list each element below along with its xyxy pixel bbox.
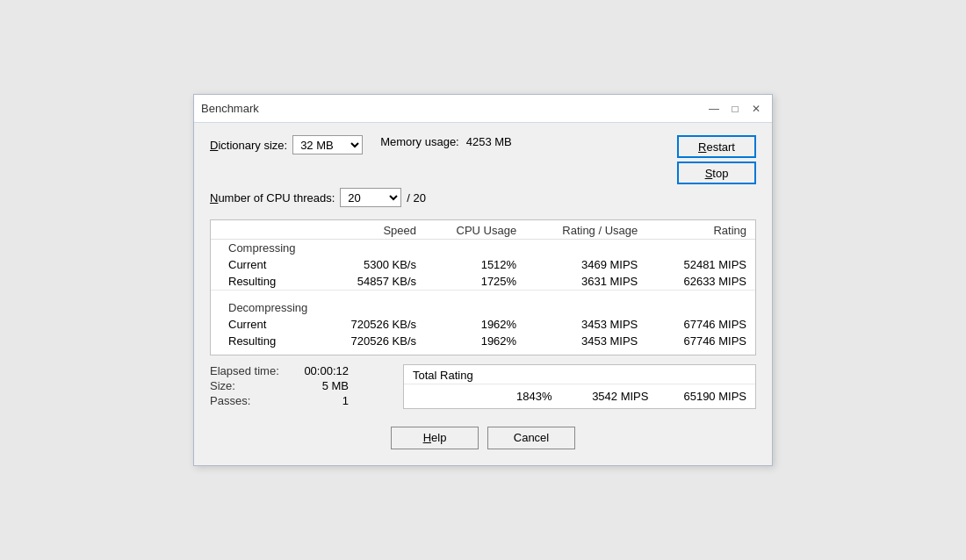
col-header-rating-usage: Rating / Usage bbox=[525, 220, 646, 240]
total-ru: 3542 MIPS bbox=[587, 390, 648, 403]
footer-row: Help Cancel bbox=[210, 421, 756, 453]
help-button[interactable]: Help bbox=[391, 427, 479, 449]
size-label: Size: bbox=[210, 379, 289, 392]
decompressing-current-ru: 3453 MIPS bbox=[525, 316, 646, 333]
cancel-button[interactable]: Cancel bbox=[487, 427, 575, 449]
passes-label: Passes: bbox=[210, 394, 289, 407]
decompressing-current-speed: 720526 KB/s bbox=[313, 316, 425, 333]
total-cpu: 1843% bbox=[490, 390, 551, 403]
dictionary-label: Dictionary size: bbox=[210, 139, 287, 152]
decompressing-current-cpu: 1962% bbox=[425, 316, 525, 333]
bottom-section: Elapsed time: 00:00:12 Size: 5 MB Passes… bbox=[210, 364, 756, 409]
total-rating-header: Total Rating bbox=[404, 365, 755, 384]
data-table-section: Speed CPU Usage Rating / Usage Rating Co… bbox=[210, 219, 756, 355]
threads-select[interactable]: 1 2 4 8 16 20 bbox=[340, 188, 401, 207]
benchmark-window: Benchmark — □ ✕ Dictionary size: 32 MB 6… bbox=[193, 94, 773, 466]
memory-label: Memory usage: bbox=[380, 135, 459, 148]
memory-value: 4253 MB bbox=[466, 135, 528, 148]
compressing-current-label: Current bbox=[211, 256, 313, 273]
close-button[interactable]: ✕ bbox=[747, 100, 765, 118]
benchmark-table: Speed CPU Usage Rating / Usage Rating Co… bbox=[211, 220, 755, 355]
compressing-current-speed: 5300 KB/s bbox=[313, 256, 425, 273]
compressing-resulting-cpu: 1725% bbox=[425, 273, 525, 291]
decompressing-header-cell: Decompressing bbox=[211, 299, 755, 316]
restart-underline: R bbox=[698, 140, 706, 154]
passes-row: Passes: 1 bbox=[210, 394, 386, 407]
threads-underline: N bbox=[210, 191, 218, 205]
total-rating-values: 1843% 3542 MIPS 65190 MIPS bbox=[404, 384, 755, 408]
compressing-resulting-label: Resulting bbox=[211, 273, 313, 291]
decompressing-resulting-row: Resulting 720526 KB/s 1962% 3453 MIPS 67… bbox=[211, 333, 755, 349]
threads-slash: / 20 bbox=[407, 191, 426, 205]
bottom-spacer bbox=[211, 349, 755, 355]
decompressing-resulting-speed: 720526 KB/s bbox=[313, 333, 425, 349]
compressing-resulting-speed: 54857 KB/s bbox=[313, 273, 425, 291]
compressing-resulting-row: Resulting 54857 KB/s 1725% 3631 MIPS 626… bbox=[211, 273, 755, 291]
stop-button[interactable]: Stop bbox=[677, 162, 756, 184]
decompressing-resulting-label: Resulting bbox=[211, 333, 313, 349]
stop-underline: S bbox=[705, 167, 713, 180]
compressing-current-rating: 52481 MIPS bbox=[646, 256, 755, 273]
size-row: Size: 5 MB bbox=[210, 379, 386, 392]
dictionary-group: Dictionary size: 32 MB 64 MB 128 MB 256 … bbox=[210, 135, 363, 154]
col-header-rating: Rating bbox=[646, 220, 755, 240]
col-header-cpu: CPU Usage bbox=[425, 220, 525, 240]
compressing-header-cell: Compressing bbox=[211, 240, 755, 257]
total-rating: 65190 MIPS bbox=[683, 390, 746, 403]
compressing-current-cpu: 1512% bbox=[425, 256, 525, 273]
dictionary-select[interactable]: 32 MB 64 MB 128 MB 256 MB bbox=[292, 135, 363, 154]
help-label-rest: elp bbox=[431, 431, 446, 444]
stop-label-rest: top bbox=[712, 167, 728, 180]
threads-label: Number of CPU threads: bbox=[210, 191, 335, 205]
decompressing-resulting-cpu: 1962% bbox=[425, 333, 525, 349]
threads-row: Number of CPU threads: 1 2 4 8 16 20 / 2… bbox=[210, 188, 756, 207]
separator-row-1 bbox=[211, 291, 755, 299]
decompressing-current-rating: 67746 MIPS bbox=[646, 316, 755, 333]
title-bar: Benchmark — □ ✕ bbox=[194, 95, 772, 123]
memory-section: Memory usage: 4253 MB bbox=[380, 135, 528, 148]
maximize-button[interactable]: □ bbox=[726, 100, 744, 118]
decompressing-current-label: Current bbox=[211, 316, 313, 333]
compressing-resulting-ru: 3631 MIPS bbox=[525, 273, 646, 291]
elapsed-label: Elapsed time: bbox=[210, 364, 289, 377]
minimize-button[interactable]: — bbox=[705, 100, 723, 118]
info-left: Elapsed time: 00:00:12 Size: 5 MB Passes… bbox=[210, 364, 386, 409]
window-title: Benchmark bbox=[201, 102, 259, 115]
help-underline: H bbox=[423, 431, 431, 444]
decompressing-current-row: Current 720526 KB/s 1962% 3453 MIPS 6774… bbox=[211, 316, 755, 333]
compressing-resulting-rating: 62633 MIPS bbox=[646, 273, 755, 291]
window-body: Dictionary size: 32 MB 64 MB 128 MB 256 … bbox=[194, 123, 772, 465]
passes-value: 1 bbox=[296, 394, 349, 407]
window-controls: — □ ✕ bbox=[705, 100, 765, 118]
action-buttons: Restart Stop bbox=[677, 135, 756, 184]
col-header-speed: Speed bbox=[313, 220, 425, 240]
elapsed-row: Elapsed time: 00:00:12 bbox=[210, 364, 386, 377]
decompressing-resulting-rating: 67746 MIPS bbox=[646, 333, 755, 349]
compressing-current-row: Current 5300 KB/s 1512% 3469 MIPS 52481 … bbox=[211, 256, 755, 273]
size-value: 5 MB bbox=[296, 379, 349, 392]
decompressing-header-row: Decompressing bbox=[211, 299, 755, 316]
decompressing-resulting-ru: 3453 MIPS bbox=[525, 333, 646, 349]
compressing-header-row: Compressing bbox=[211, 240, 755, 257]
elapsed-value: 00:00:12 bbox=[296, 364, 349, 377]
total-rating-section: Total Rating 1843% 3542 MIPS 65190 MIPS bbox=[403, 364, 756, 409]
controls-row-1: Dictionary size: 32 MB 64 MB 128 MB 256 … bbox=[210, 135, 756, 184]
threads-label-rest: umber of CPU threads: bbox=[218, 191, 335, 205]
dictionary-underline: D bbox=[210, 139, 218, 152]
restart-button[interactable]: Restart bbox=[677, 135, 756, 158]
col-header-label bbox=[211, 220, 313, 240]
restart-label-rest: estart bbox=[706, 140, 735, 154]
dictionary-label-rest: ictionary size: bbox=[218, 139, 287, 152]
compressing-current-ru: 3469 MIPS bbox=[525, 256, 646, 273]
